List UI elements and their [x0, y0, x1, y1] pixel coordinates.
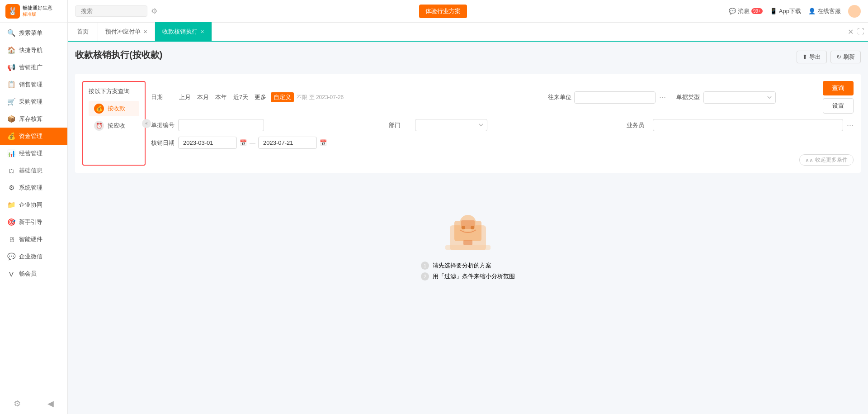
date-btn-this-month[interactable]: 本月	[195, 92, 211, 102]
empty-state: 1 请先选择要分析的方案 2 用「过滤」条件来缩小分析范围	[75, 180, 861, 310]
sidebar-item-8[interactable]: 🗂 基础信息	[0, 162, 67, 179]
sidebar-label-8: 基础信息	[19, 167, 42, 175]
sidebar-icon-10: 📁	[7, 201, 15, 209]
query-button[interactable]: 查询	[823, 81, 854, 95]
date-btn-more[interactable]: 更多	[253, 92, 268, 102]
tab-home[interactable]: 首页	[68, 22, 98, 41]
sidebar-label-7: 经营管理	[19, 149, 42, 157]
filter-area: 按以下方案查询 💰 按收款 ⏰ 按应收 «	[75, 74, 861, 173]
tab-close-all-btn[interactable]: ✕	[848, 28, 854, 36]
date-range-text: 不限 至 2023-07-26	[297, 94, 344, 101]
doc-type-field: 单据类型	[676, 91, 812, 104]
employee-dots-btn[interactable]: ···	[847, 120, 854, 130]
tab-writeoff-close-icon[interactable]: ✕	[200, 29, 204, 35]
sidebar-item-7[interactable]: 📊 经营管理	[0, 145, 67, 162]
sidebar-icon-9: ⚙	[7, 184, 15, 192]
partner-input[interactable]	[574, 91, 656, 104]
sidebar-icon-2: 📢	[7, 63, 15, 71]
sidebar-item-11[interactable]: 🎯 新手引导	[0, 214, 67, 231]
filter-option-by-receivable[interactable]: ⏰ 按应收	[89, 118, 139, 133]
dept-label: 部门	[389, 121, 411, 129]
sidebar-item-14[interactable]: V 畅会员	[0, 265, 67, 282]
writeoff-end-calendar-icon[interactable]: 📅	[320, 139, 327, 146]
export-icon: ⬆	[802, 53, 807, 60]
sidebar-item-5[interactable]: 📦 库存核算	[0, 110, 67, 128]
tabbar: 首页 预付冲应付单 ✕ 收款核销执行 ✕ ✕ ⛶	[68, 23, 868, 42]
date-btn-this-year[interactable]: 本年	[213, 92, 229, 102]
tab-writeoff[interactable]: 收款核销执行 ✕	[155, 22, 212, 41]
sidebar-label-14: 畅会员	[19, 270, 37, 278]
sidebar-item-10[interactable]: 📁 企业协同	[0, 196, 67, 214]
sidebar-item-2[interactable]: 📢 营销推广	[0, 59, 67, 76]
tab-prepay[interactable]: 预付冲应付单 ✕	[98, 22, 155, 41]
partner-field: 往来单位 ···	[548, 91, 665, 104]
setting-button[interactable]: 设置	[823, 98, 854, 114]
sidebar-item-12[interactable]: 🖥 智能硬件	[0, 231, 67, 248]
filter-row-2: 单据编号 部门 业务员 ···	[151, 119, 854, 131]
writeoff-end-input[interactable]	[258, 137, 317, 149]
online-service-item[interactable]: 👤 在线客服	[808, 7, 841, 15]
partner-dots-btn[interactable]: ···	[659, 93, 666, 102]
topbar-gear-icon[interactable]: ⚙	[151, 7, 157, 15]
topbar-search-input[interactable]	[75, 5, 147, 17]
message-item[interactable]: 💬 消息 99+	[729, 7, 763, 15]
sidebar-label-12: 智能硬件	[19, 235, 42, 243]
refresh-button[interactable]: ↻ 刷新	[830, 51, 861, 63]
writeoff-start-calendar-icon[interactable]: 📅	[240, 139, 247, 146]
doc-type-label: 单据类型	[676, 93, 700, 101]
sidebar-label-5: 库存核算	[19, 115, 42, 123]
tab-expand-btn[interactable]: ⛶	[857, 28, 864, 36]
date-label: 日期	[151, 93, 174, 101]
writeoff-start-input[interactable]	[178, 137, 237, 149]
sidebar-item-3[interactable]: 📋 销售管理	[0, 76, 67, 93]
collapse-more-btn[interactable]: ∧∧ 收起更多条件	[799, 154, 854, 166]
collapse-more: ∧∧ 收起更多条件	[151, 154, 854, 166]
collapse-more-label: 收起更多条件	[815, 156, 848, 164]
sidebar-item-0[interactable]: 🔍 搜索菜单	[0, 24, 67, 42]
export-label: 导出	[809, 53, 821, 61]
sidebar-label-4: 采购管理	[19, 98, 42, 106]
filter-option-receivable-label: 按应收	[108, 122, 125, 130]
export-button[interactable]: ⬆ 导出	[797, 51, 827, 63]
logo-icon: 🐰	[5, 4, 20, 19]
filter-option-by-receipt[interactable]: 💰 按收款	[89, 101, 139, 116]
filter-right-form: 日期 上月 本月 本年 近7天 更多 自定义 不限 至 2023-07-26	[151, 81, 854, 166]
sidebar-item-1[interactable]: 🏠 快捷导航	[0, 42, 67, 59]
sidebar-item-6[interactable]: 💰 资金管理	[0, 128, 67, 145]
svg-point-5	[471, 226, 474, 229]
date-btn-7days[interactable]: 近7天	[231, 92, 250, 102]
sidebar-settings-btn[interactable]: ⚙	[10, 397, 24, 410]
message-icon: 💬	[729, 8, 736, 14]
sidebar-collapse-btn[interactable]: ◀	[44, 397, 57, 410]
topbar-right: 💬 消息 99+ 📱 App下载 👤 在线客服	[729, 5, 861, 18]
tab-prepay-close-icon[interactable]: ✕	[143, 29, 147, 35]
writeoff-date-field: 核销日期 📅 — 📅	[151, 137, 854, 149]
date-separator: —	[250, 139, 255, 146]
sidebar-item-9[interactable]: ⚙ 系统管理	[0, 179, 67, 196]
doc-no-field: 单据编号	[151, 119, 378, 131]
date-btn-last-month[interactable]: 上月	[177, 92, 193, 102]
sidebar-icon-14: V	[7, 270, 15, 278]
empty-tip-2-text: 用「过滤」条件来缩小分析范围	[433, 272, 515, 281]
sidebar-item-13[interactable]: 💬 企业微信	[0, 248, 67, 265]
sidebar-item-4[interactable]: 🛒 采购管理	[0, 93, 67, 110]
app-download-item[interactable]: 📱 App下载	[770, 7, 801, 15]
user-avatar[interactable]	[848, 5, 861, 18]
online-service-icon: 👤	[808, 8, 816, 14]
date-btn-custom[interactable]: 自定义	[271, 92, 294, 102]
employee-input[interactable]	[653, 119, 843, 131]
doc-type-select[interactable]	[703, 91, 776, 104]
doc-no-input[interactable]	[178, 119, 264, 131]
receipt-icon: 💰	[94, 104, 104, 114]
sidebar-label-0: 搜索菜单	[19, 29, 42, 37]
tab-writeoff-label: 收款核销执行	[162, 28, 198, 36]
filter-row-1: 日期 上月 本月 本年 近7天 更多 自定义 不限 至 2023-07-26	[151, 81, 854, 114]
refresh-label: 刷新	[843, 53, 855, 61]
sidebar-bottom: ⚙ ◀	[0, 393, 67, 414]
plan-button[interactable]: 体验行业方案	[419, 5, 467, 18]
dept-select[interactable]	[415, 119, 487, 131]
empty-tip-1: 1 请先选择要分析的方案	[421, 262, 515, 270]
sidebar-label-2: 营销推广	[19, 63, 42, 71]
writeoff-date-range: 📅 — 📅	[178, 137, 327, 149]
filter-collapse-btn[interactable]: «	[142, 119, 151, 128]
